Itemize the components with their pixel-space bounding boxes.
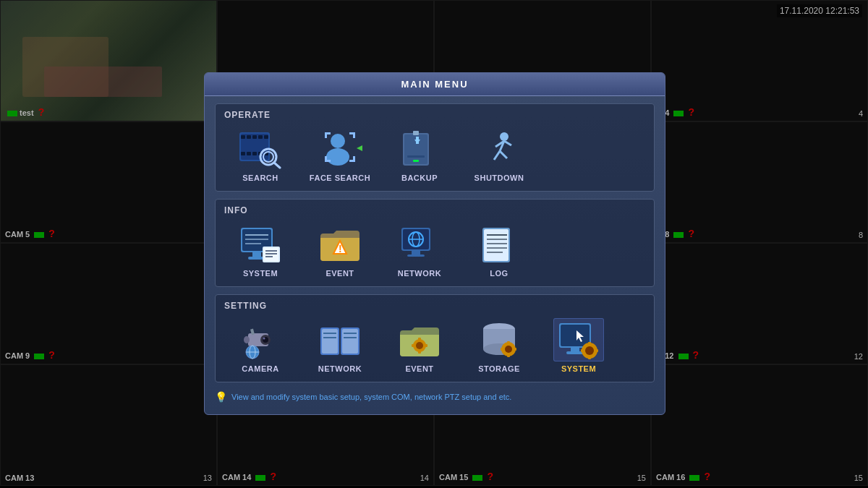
svg-rect-109 xyxy=(595,349,598,352)
menu-item-search[interactable]: SEARCH xyxy=(224,127,297,182)
set-system-label: SYSTEM xyxy=(561,364,596,373)
set-event-label: EVENT xyxy=(405,364,433,373)
info-system-icon xyxy=(235,223,286,266)
svg-rect-4 xyxy=(252,135,257,139)
svg-rect-97 xyxy=(501,348,504,351)
menu-item-info-log[interactable]: LOG xyxy=(463,223,535,278)
svg-point-15 xyxy=(331,134,345,148)
svg-rect-3 xyxy=(247,135,251,139)
svg-rect-47 xyxy=(264,248,278,261)
svg-rect-77 xyxy=(322,329,338,354)
svg-rect-44 xyxy=(252,252,261,257)
menu-item-shutdown[interactable]: SHUTDOWN xyxy=(463,127,535,182)
menu-item-camera[interactable]: CAMERA xyxy=(224,318,297,373)
svg-point-94 xyxy=(505,346,512,353)
info-event-label: EVENT xyxy=(326,269,354,278)
network-icon xyxy=(394,223,445,266)
backup-icon xyxy=(394,127,445,171)
svg-rect-22 xyxy=(325,156,327,162)
menu-item-backup[interactable]: BACKUP xyxy=(383,127,456,182)
svg-point-105 xyxy=(585,346,594,355)
svg-rect-87 xyxy=(418,349,421,354)
svg-rect-59 xyxy=(407,254,425,257)
svg-line-14 xyxy=(274,163,280,168)
svg-rect-86 xyxy=(418,338,421,342)
svg-line-36 xyxy=(500,151,507,158)
section-operate-title: OPERATE xyxy=(224,110,645,120)
svg-line-38 xyxy=(504,141,511,145)
svg-rect-95 xyxy=(507,341,510,345)
svg-rect-18 xyxy=(325,132,327,138)
svg-rect-61 xyxy=(484,229,509,261)
shutdown-icon xyxy=(474,127,524,171)
log-icon xyxy=(474,223,524,266)
svg-rect-30 xyxy=(413,160,419,162)
svg-rect-98 xyxy=(513,348,516,351)
hint-bar: 💡 View and modify system basic setup, sy… xyxy=(205,388,665,403)
svg-rect-100 xyxy=(561,325,590,346)
setting-items: CAMERA xyxy=(224,318,645,373)
svg-rect-9 xyxy=(252,152,257,155)
svg-line-35 xyxy=(494,151,500,160)
shutdown-label: SHUTDOWN xyxy=(475,174,524,182)
svg-rect-29 xyxy=(407,155,425,158)
hint-text: View and modify system basic setup, syst… xyxy=(231,393,511,401)
menu-item-set-network[interactable]: NETWORK xyxy=(304,318,376,373)
svg-rect-102 xyxy=(571,348,579,351)
info-items: SYSTEM ! EVENT xyxy=(224,223,645,278)
svg-point-71 xyxy=(263,337,265,339)
svg-rect-24 xyxy=(353,156,355,162)
svg-rect-79 xyxy=(342,329,358,354)
menu-item-set-system[interactable]: SYSTEM xyxy=(542,318,615,373)
set-network-label: NETWORK xyxy=(318,364,362,373)
svg-marker-25 xyxy=(357,145,362,151)
svg-rect-89 xyxy=(423,344,427,347)
svg-rect-5 xyxy=(258,135,263,139)
svg-point-33 xyxy=(500,132,509,141)
section-operate: OPERATE xyxy=(215,103,655,192)
menu-titlebar: MAIN MENU xyxy=(205,73,665,96)
menu-item-info-network[interactable]: NETWORK xyxy=(383,223,456,278)
section-setting: SETTING xyxy=(215,294,655,382)
backup-label: BACKUP xyxy=(401,174,438,182)
set-network-icon xyxy=(315,318,365,361)
operate-items: SEARCH xyxy=(224,127,645,182)
svg-rect-96 xyxy=(507,354,510,357)
svg-point-68 xyxy=(244,336,250,343)
event-icon: ! xyxy=(315,223,365,266)
search-label: SEARCH xyxy=(242,174,278,182)
info-network-label: NETWORK xyxy=(398,269,441,278)
svg-rect-6 xyxy=(264,135,268,139)
svg-rect-107 xyxy=(588,356,591,359)
system-icon xyxy=(553,318,604,361)
section-info: INFO xyxy=(215,199,655,287)
storage-icon xyxy=(474,318,524,361)
svg-rect-58 xyxy=(412,251,420,254)
section-setting-title: SETTING xyxy=(224,301,645,311)
camera-label: CAMERA xyxy=(242,364,278,373)
menu-item-storage[interactable]: STORAGE xyxy=(463,318,535,373)
facesearch-icon xyxy=(315,127,365,171)
svg-rect-108 xyxy=(581,349,584,352)
svg-rect-2 xyxy=(241,135,245,139)
set-event-icon xyxy=(394,318,445,361)
menu-item-info-system[interactable]: SYSTEM xyxy=(224,223,297,278)
face-search-label: FACE SEARCH xyxy=(310,174,370,182)
menu-item-face-search[interactable]: FACE SEARCH xyxy=(304,127,376,182)
storage-label: STORAGE xyxy=(478,364,520,373)
svg-rect-7 xyxy=(241,152,245,155)
info-system-label: SYSTEM xyxy=(243,269,278,278)
svg-point-85 xyxy=(416,342,423,349)
camera-icon xyxy=(235,318,286,361)
main-menu-dialog: MAIN MENU OPERATE xyxy=(204,72,665,415)
svg-rect-20 xyxy=(353,132,355,138)
menu-item-set-event[interactable]: EVENT xyxy=(383,318,456,373)
svg-point-16 xyxy=(326,148,349,166)
svg-rect-106 xyxy=(588,342,591,346)
menu-item-info-event[interactable]: ! EVENT xyxy=(304,223,376,278)
svg-rect-88 xyxy=(412,344,416,347)
svg-rect-8 xyxy=(247,152,251,155)
svg-text:!: ! xyxy=(339,243,342,254)
info-log-label: LOG xyxy=(490,269,508,278)
search-icon xyxy=(235,127,286,171)
